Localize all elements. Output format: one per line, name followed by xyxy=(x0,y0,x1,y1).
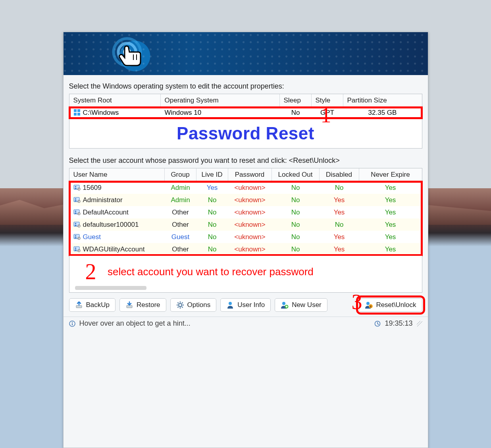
users-col-lockedout[interactable]: Locked Out xyxy=(272,168,320,182)
cell-username: DefaultAccount xyxy=(69,207,165,218)
cell-username: 15609 xyxy=(69,182,165,193)
username-text: Administrator xyxy=(83,196,123,204)
svg-point-19 xyxy=(75,223,76,224)
svg-point-41 xyxy=(366,302,370,305)
cell-neverexpire: Yes xyxy=(359,219,422,230)
cell-group: Other xyxy=(165,244,196,255)
os-col-sleep[interactable]: Sleep xyxy=(280,94,312,107)
horizontal-scrollbar[interactable] xyxy=(75,286,146,290)
svg-rect-28 xyxy=(127,305,132,308)
os-col-partition-size[interactable]: Partition Size xyxy=(343,94,422,107)
cell-lockedout: No xyxy=(272,207,320,218)
cell-password: <uknown> xyxy=(228,232,272,243)
svg-point-25 xyxy=(75,247,76,249)
status-time: 19:35:13 xyxy=(385,319,412,328)
cell-liveid: No xyxy=(196,244,228,255)
cell-password: <uknown> xyxy=(228,207,272,218)
cell-username: WDAGUtilityAccount xyxy=(69,244,165,255)
cell-neverexpire: Yes xyxy=(359,232,422,243)
users-table-row[interactable]: AdministratorAdminNo<uknown>NoYesYes xyxy=(69,194,422,206)
username-text: DefaultAccount xyxy=(83,209,129,216)
svg-point-39 xyxy=(282,302,285,305)
users-col-neverexpire[interactable]: Never Expire xyxy=(359,168,422,182)
touch-hand-icon xyxy=(111,37,163,75)
users-col-username[interactable]: User Name xyxy=(69,168,165,182)
svg-rect-43 xyxy=(370,306,372,307)
windows-logo-icon xyxy=(73,109,81,116)
new-user-icon xyxy=(281,301,289,309)
username-text: Guest xyxy=(83,233,101,241)
svg-line-36 xyxy=(177,307,178,307)
cell-group: Other xyxy=(165,219,196,230)
annotation-text-2: select account you want to recover passw… xyxy=(108,266,314,278)
annotation-number-3: 3 xyxy=(352,290,362,314)
svg-point-10 xyxy=(75,186,76,187)
new-user-button[interactable]: New User xyxy=(275,298,327,312)
clock-icon xyxy=(374,321,381,327)
password-reset-title-text: Password Reset xyxy=(177,124,314,143)
os-system-root-value: C:\Windows xyxy=(83,109,119,116)
annotation-2-area: 2 select account you want to recover pas… xyxy=(69,256,422,293)
cell-group: Admin xyxy=(165,195,196,206)
os-sleep-value: No xyxy=(280,107,312,118)
restore-button[interactable]: Restore xyxy=(119,298,166,312)
svg-line-34 xyxy=(177,303,178,303)
users-table-row[interactable]: 15609AdminYes<uknown>NoNoYes xyxy=(69,182,422,194)
users-table-row[interactable]: DefaultAccountOtherNo<uknown>NoYesYes xyxy=(69,206,422,218)
os-table: System Root Operating System Sleep Style… xyxy=(69,94,422,119)
backup-icon xyxy=(75,301,83,309)
svg-rect-6 xyxy=(77,109,80,112)
cell-disabled: No xyxy=(320,182,359,193)
svg-rect-8 xyxy=(77,113,80,116)
cell-password: <uknown> xyxy=(228,219,272,230)
cell-liveid: Yes xyxy=(196,182,228,193)
os-name-value: Windows 10 xyxy=(161,107,280,118)
users-col-group[interactable]: Group xyxy=(165,168,196,182)
users-table-rows: 15609AdminYes<uknown>NoNoYesAdministrato… xyxy=(69,182,422,255)
user-account-icon xyxy=(73,196,81,203)
os-col-system-root[interactable]: System Root xyxy=(69,94,161,107)
users-table-row[interactable]: WDAGUtilityAccountOtherNo<uknown>NoYesYe… xyxy=(69,243,422,255)
user-account-icon xyxy=(73,184,81,191)
cell-liveid: No xyxy=(196,195,228,206)
cell-disabled: No xyxy=(320,219,359,230)
os-partition-size-value: 32.35 GB xyxy=(343,107,422,118)
users-col-disabled[interactable]: Disabled xyxy=(320,168,359,182)
cell-username: Guest xyxy=(69,232,165,243)
svg-point-45 xyxy=(71,322,72,322)
svg-point-22 xyxy=(75,235,76,237)
action-buttons-row: BackUp Restore Options User Info New Use… xyxy=(64,293,428,317)
reset-unlock-icon xyxy=(365,301,373,309)
annotation-number-2: 2 xyxy=(85,259,96,284)
resize-grip[interactable] xyxy=(417,321,422,326)
cell-group: Admin xyxy=(165,182,196,193)
cell-group: Other xyxy=(165,207,196,218)
svg-point-29 xyxy=(179,303,182,307)
options-button[interactable]: Options xyxy=(170,298,217,312)
cell-password: <uknown> xyxy=(228,182,272,193)
svg-point-13 xyxy=(75,198,76,200)
user-info-button[interactable]: User Info xyxy=(220,298,271,312)
os-table-row[interactable]: C:\Windows Windows 10 No GPT 32.35 GB xyxy=(69,107,422,118)
users-col-liveid[interactable]: Live ID xyxy=(196,168,228,182)
cell-password: <uknown> xyxy=(228,195,272,206)
users-table-row[interactable]: GuestGuestNo<uknown>NoYesYes xyxy=(69,231,422,243)
user-account-icon xyxy=(73,245,81,253)
backup-button[interactable]: BackUp xyxy=(69,298,116,312)
status-bar: Hover over an object to get a hint... 19… xyxy=(64,317,428,331)
svg-rect-27 xyxy=(76,305,82,308)
select-os-instruction: Select the Windows operating system to e… xyxy=(69,82,422,91)
cell-disabled: Yes xyxy=(320,207,359,218)
os-col-operating-system[interactable]: Operating System xyxy=(161,94,280,107)
users-table: User Name Group Live ID Password Locked … xyxy=(69,168,422,256)
username-text: defaultuser100001 xyxy=(83,221,139,228)
users-table-row[interactable]: defaultuser100001OtherNo<uknown>NoNoYes xyxy=(69,218,422,231)
restore-button-label: Restore xyxy=(137,301,160,309)
users-col-password[interactable]: Password xyxy=(228,168,272,182)
reset-unlock-button[interactable]: Reset\Unlock xyxy=(359,298,422,312)
username-text: WDAGUtilityAccount xyxy=(83,245,145,253)
select-user-instruction: Select the user account whose password y… xyxy=(69,156,422,165)
info-icon xyxy=(69,321,75,327)
restore-icon xyxy=(125,301,133,309)
os-table-header: System Root Operating System Sleep Style… xyxy=(69,94,422,107)
